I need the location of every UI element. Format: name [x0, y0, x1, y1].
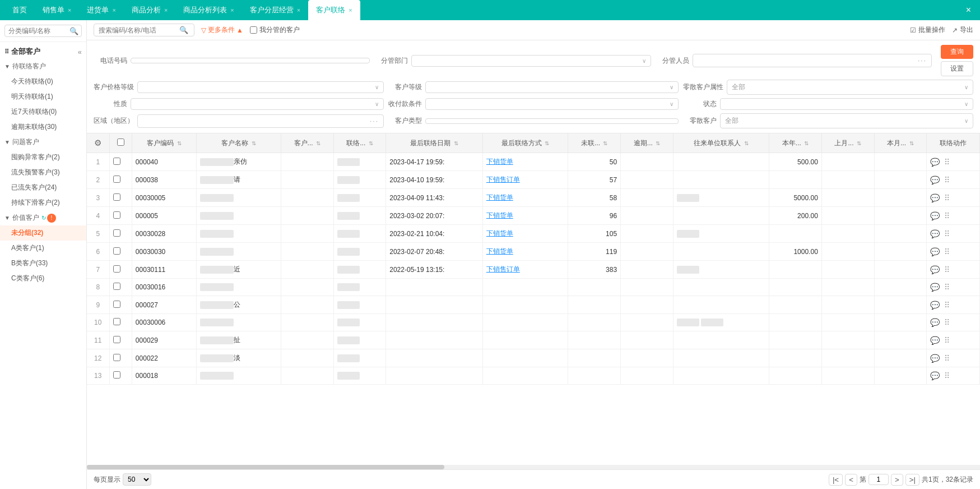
- batch-ops-btn[interactable]: ☑ 批量操作: [910, 25, 945, 35]
- tab-sales-close-icon[interactable]: ×: [68, 7, 71, 13]
- message-icon[interactable]: 💬: [930, 371, 940, 380]
- message-icon[interactable]: 💬: [930, 354, 940, 363]
- status-input[interactable]: ∨: [720, 98, 973, 110]
- message-icon[interactable]: 💬: [930, 265, 940, 274]
- row-select-checkbox[interactable]: [113, 193, 120, 201]
- dept-input[interactable]: ∨: [411, 55, 651, 67]
- col-settings[interactable]: ⚙: [87, 133, 109, 153]
- row-select-checkbox[interactable]: [113, 336, 120, 343]
- row-checkbox[interactable]: [109, 243, 132, 261]
- row-last-method[interactable]: 下销货单: [482, 207, 568, 225]
- tab-customer-contact-close-icon[interactable]: ×: [349, 7, 352, 13]
- sidebar-item-today-pending[interactable]: 今天待联络(0): [0, 74, 86, 89]
- grid-action-icon[interactable]: ⠿: [944, 193, 950, 202]
- sidebar-item-declining[interactable]: 持续下滑客户(2): [0, 195, 86, 210]
- page-input[interactable]: [868, 474, 889, 485]
- tab-customer-segment-close-icon[interactable]: ×: [297, 7, 300, 13]
- filter-search-input[interactable]: [99, 26, 177, 34]
- group-value-customers[interactable]: ▼ 价值客户 ↻ !: [0, 210, 86, 225]
- row-select-checkbox[interactable]: [113, 211, 120, 219]
- message-icon[interactable]: 💬: [930, 193, 940, 202]
- col-checkbox[interactable]: [109, 133, 132, 153]
- reset-button[interactable]: 设置: [941, 61, 973, 76]
- row-checkbox[interactable]: [109, 279, 132, 296]
- export-btn[interactable]: ↗ 导出: [952, 25, 973, 35]
- grid-action-icon[interactable]: ⠿: [944, 229, 950, 238]
- tab-customer-segment[interactable]: 客户分层经营 ×: [242, 0, 308, 20]
- col-contact-person[interactable]: 往来单位联系人 ⇅: [673, 133, 769, 153]
- row-last-method[interactable]: 下销售订单: [482, 261, 568, 279]
- row-select-checkbox[interactable]: [113, 354, 120, 361]
- my-customers-checkbox-label[interactable]: 我分管的客户: [250, 25, 300, 35]
- settings-icon[interactable]: ⚙: [94, 138, 101, 147]
- tab-analysis-list-close-icon[interactable]: ×: [230, 7, 234, 13]
- window-close-button[interactable]: ×: [962, 5, 976, 15]
- prev-page-btn[interactable]: <: [845, 474, 857, 486]
- row-select-checkbox[interactable]: [113, 318, 120, 325]
- message-icon[interactable]: 💬: [930, 318, 940, 327]
- message-icon[interactable]: 💬: [930, 247, 940, 256]
- next-page-btn[interactable]: >: [891, 474, 903, 486]
- message-icon[interactable]: 💬: [930, 336, 940, 345]
- row-select-checkbox[interactable]: [113, 301, 120, 308]
- sidebar-item-7days-pending[interactable]: 近7天待联络(0): [0, 104, 86, 119]
- horizontal-scrollbar[interactable]: [87, 465, 980, 469]
- row-checkbox[interactable]: [109, 171, 132, 189]
- message-icon[interactable]: 💬: [930, 283, 940, 292]
- grid-action-icon[interactable]: ⠿: [944, 371, 950, 380]
- region-input[interactable]: ···: [137, 114, 384, 128]
- tab-analysis-list[interactable]: 商品分析列表 ×: [175, 0, 241, 20]
- row-select-checkbox[interactable]: [113, 371, 120, 379]
- col-overdue[interactable]: 逾期... ⇅: [621, 133, 674, 153]
- col-last-month[interactable]: 上月... ⇅: [821, 133, 874, 153]
- message-icon[interactable]: 💬: [930, 229, 940, 238]
- sidebar-item-class-c[interactable]: C类客户(6): [0, 271, 86, 286]
- row-checkbox[interactable]: [109, 207, 132, 225]
- page-size-select[interactable]: 50 100 200: [123, 473, 151, 486]
- manager-input[interactable]: ···: [693, 54, 932, 67]
- my-customers-checkbox[interactable]: [250, 26, 257, 34]
- message-icon[interactable]: 💬: [930, 211, 940, 220]
- grid-action-icon[interactable]: ⠿: [944, 354, 950, 363]
- group-pending-contact[interactable]: ▼ 待联络客户: [0, 59, 86, 74]
- row-checkbox[interactable]: [109, 153, 132, 171]
- sidebar-item-tomorrow-pending[interactable]: 明天待联络(1): [0, 89, 86, 104]
- filter-more-btn[interactable]: ▽ 更多条件 ▲: [201, 25, 243, 35]
- grid-action-icon[interactable]: ⠿: [944, 211, 950, 220]
- retail-attr-input[interactable]: 全部 ∨: [727, 80, 973, 95]
- row-select-checkbox[interactable]: [113, 247, 120, 255]
- customer-level-input[interactable]: ∨: [425, 81, 679, 93]
- first-page-btn[interactable]: |<: [829, 474, 843, 486]
- sidebar-item-churn-warning[interactable]: 流失预警客户(3): [0, 165, 86, 180]
- tab-purchase[interactable]: 进货单 ×: [79, 0, 123, 20]
- sidebar-collapse-icon[interactable]: «: [78, 48, 82, 56]
- sidebar-item-class-a[interactable]: A类客户(1): [0, 241, 86, 256]
- last-page-btn[interactable]: >|: [905, 474, 919, 486]
- sidebar-item-unclassified[interactable]: 未分组(32): [0, 225, 86, 241]
- col-last-date[interactable]: 最后联络日期 ⇅: [386, 133, 482, 153]
- tab-analysis-close-icon[interactable]: ×: [164, 7, 168, 13]
- grid-action-icon[interactable]: ⠿: [944, 176, 950, 184]
- row-select-checkbox[interactable]: [113, 283, 120, 290]
- refresh-icon[interactable]: ↻: [41, 215, 46, 221]
- grid-action-icon[interactable]: ⠿: [944, 283, 950, 292]
- row-checkbox[interactable]: [109, 349, 132, 367]
- grid-action-icon[interactable]: ⠿: [944, 336, 950, 345]
- row-last-method[interactable]: 下销售订单: [482, 171, 568, 189]
- message-icon[interactable]: 💬: [930, 176, 940, 184]
- tab-home[interactable]: 首页: [4, 0, 35, 20]
- grid-action-icon[interactable]: ⠿: [944, 247, 950, 256]
- col-code[interactable]: 客户编码 ⇅: [132, 133, 196, 153]
- row-select-checkbox[interactable]: [113, 158, 120, 165]
- filter-search-box[interactable]: 🔍: [94, 24, 194, 36]
- sidebar-item-class-b[interactable]: B类客户(33): [0, 256, 86, 271]
- grid-action-icon[interactable]: ⠿: [944, 158, 950, 167]
- col-unlisted[interactable]: 未联... ⇅: [568, 133, 621, 153]
- col-contact[interactable]: 联络... ⇅: [333, 133, 386, 153]
- row-checkbox[interactable]: [109, 225, 132, 243]
- row-checkbox[interactable]: [109, 367, 132, 385]
- price-level-input[interactable]: ∨: [137, 81, 384, 93]
- grid-action-icon[interactable]: ⠿: [944, 301, 950, 310]
- col-customer-type[interactable]: 客户... ⇅: [281, 133, 333, 153]
- row-last-method[interactable]: 下销货单: [482, 225, 568, 243]
